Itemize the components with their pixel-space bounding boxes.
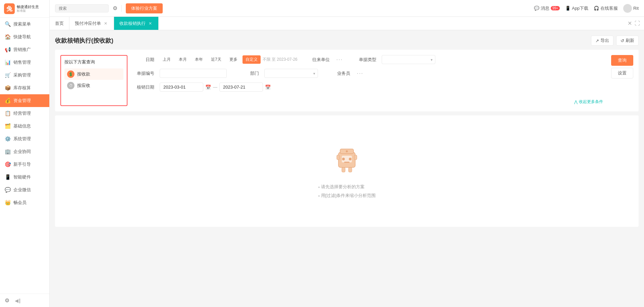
topbar-divider (121, 5, 122, 12)
tab-receive[interactable]: 收款核销执行✕ (114, 17, 159, 30)
sidebar-item-label: 新手引导 (13, 161, 31, 167)
doc-type-select[interactable] (382, 55, 435, 64)
receipt-icon: 💲 (67, 70, 74, 78)
filter-option-receivable[interactable]: ⏱ 按应收 (64, 80, 123, 91)
sidebar-item-label: 企业微信 (13, 187, 31, 193)
date-end-icon[interactable]: 📅 (265, 85, 271, 90)
settings-icon[interactable]: ⚙ (5, 297, 9, 304)
refresh-button[interactable]: ↺ 刷新 (616, 36, 639, 46)
date-start-icon[interactable]: 📅 (205, 85, 211, 90)
verify-date-start-input[interactable] (160, 83, 203, 92)
sidebar-item-label: 库存核算 (13, 85, 31, 91)
empty-state: 请先选择要分析的方案 用[过滤]条件来缩小分析范围 (55, 115, 639, 227)
sidebar-item-search[interactable]: 🔍搜索菜单 (0, 18, 49, 31)
user-item[interactable]: Rit (623, 4, 639, 13)
sidebar-item-purchase[interactable]: 🛒采购管理 (0, 69, 49, 82)
sidebar-item-label: 快捷导航 (13, 34, 31, 40)
sidebar-item-member[interactable]: 👑畅会员 (0, 196, 49, 209)
sidebar-item-system[interactable]: ⚙️系统管理 (0, 133, 49, 145)
topbar-gear-icon[interactable]: ⚙ (113, 5, 117, 11)
date-btn-more[interactable]: 更多 (226, 55, 240, 64)
sidebar-item-wechat[interactable]: 💬企业微信 (0, 184, 49, 196)
basic-icon: 🗂️ (5, 123, 11, 129)
service-icon: 🎧 (594, 6, 599, 11)
date-btn-7days[interactable]: 近7天 (208, 55, 224, 64)
app-icon: 📱 (565, 6, 571, 11)
sidebar-logo: 兔 畅捷通好生意 标准版 (0, 0, 49, 18)
tab-label: 预付冲应付单 (75, 20, 101, 27)
sidebar-item-basic[interactable]: 🗂️基础信息 (0, 120, 49, 133)
tab-home[interactable]: 首页 (50, 17, 69, 30)
topbar-search-input[interactable] (55, 4, 109, 12)
hardware-icon: 📱 (5, 174, 11, 180)
filter-row-2: 单据编号 部门 业务员 ··· (136, 69, 606, 78)
tab-close-icon[interactable]: ✕ (148, 21, 153, 26)
collapse-sidebar-button[interactable]: ◀‖ (15, 298, 21, 303)
date-btn-last-month[interactable]: 上月 (160, 55, 174, 64)
partner-dots-button[interactable]: ··· (335, 57, 344, 63)
empty-illustration (330, 142, 364, 176)
receivable-icon: ⏱ (67, 82, 74, 89)
sidebar-item-label: 采购管理 (13, 72, 31, 78)
filter-panel: 按以下方案查询 💲 按收款 ⏱ 按应收 日期 (55, 50, 639, 111)
sidebar-item-sales[interactable]: 📊销售管理 (0, 56, 49, 69)
industry-solution-button[interactable]: 体验行业方案 (126, 3, 163, 13)
doc-no-input[interactable] (160, 69, 227, 78)
topbar: ⚙ 体验行业方案 💬 消息 99+ 📱 App下载 🎧 在线客服 Rit (50, 0, 644, 17)
sidebar-item-guide[interactable]: 🎯新手引导 (0, 158, 49, 171)
page-title: 收款核销执行(按收款) (55, 37, 113, 45)
query-button[interactable]: 查询 (611, 55, 633, 66)
sidebar-item-hardware[interactable]: 📱智能硬件 (0, 171, 49, 184)
sidebar-item-operations[interactable]: 📋经营管理 (0, 107, 49, 120)
close-tab-icon[interactable]: ✕ (628, 20, 632, 27)
date-btn-custom[interactable]: 自定义 (243, 55, 261, 64)
app-download-item[interactable]: 📱 App下载 (565, 5, 588, 11)
user-name: Rit (633, 6, 639, 11)
tab-prepay[interactable]: 预付冲应付单✕ (69, 17, 114, 30)
page-content: 收款核销执行(按收款) ↗ 导出 ↺ 刷新 按以下方案查询 💲 按收款 (50, 30, 644, 307)
sidebar-item-label: 经营管理 (13, 110, 31, 116)
system-icon: ⚙️ (5, 136, 11, 142)
search-icon: 🔍 (5, 21, 11, 27)
date-unlimited-label: 不限 至 2023-07-26 (263, 57, 298, 62)
svg-point-2 (342, 158, 345, 160)
staff-dots-button[interactable]: ··· (356, 70, 365, 76)
dept-select[interactable] (264, 69, 318, 78)
svg-rect-6 (354, 155, 357, 160)
collapse-wrapper: ⋀ 收起更多条件 (136, 96, 606, 106)
sidebar-item-shortcut[interactable]: 🏠快捷导航 (0, 31, 49, 43)
sidebar-item-inventory[interactable]: 📦库存核算 (0, 82, 49, 94)
svg-point-3 (349, 158, 352, 160)
sidebar-item-enterprise[interactable]: 🏢企业协同 (0, 145, 49, 158)
sidebar-item-label: 企业协同 (13, 149, 31, 155)
dept-select-wrapper (264, 69, 318, 78)
date-btn-this-month[interactable]: 本月 (176, 55, 190, 64)
online-service-item[interactable]: 🎧 在线客服 (594, 5, 618, 11)
sidebar-item-label: 搜索菜单 (13, 21, 31, 27)
fullscreen-icon[interactable]: ⛶ (635, 20, 640, 27)
empty-hints: 请先选择要分析的方案 用[过滤]条件来缩小分析范围 (318, 183, 376, 200)
tabs-bar: 首页预付冲应付单✕收款核销执行✕ ✕ ⛶ (50, 17, 644, 30)
sidebar-bottom: ⚙ ◀‖ (0, 294, 49, 307)
inventory-icon: 📦 (5, 85, 11, 91)
sidebar: 兔 畅捷通好生意 标准版 🔍搜索菜单🏠快捷导航📢营销推广📊销售管理🛒采购管理📦库… (0, 0, 50, 307)
sidebar-item-marketing[interactable]: 📢营销推广 (0, 43, 49, 56)
svg-point-10 (346, 150, 348, 152)
member-icon: 👑 (5, 200, 11, 206)
message-item[interactable]: 💬 消息 99+ (534, 5, 560, 11)
main-area: ⚙ 体验行业方案 💬 消息 99+ 📱 App下载 🎧 在线客服 Rit (50, 0, 644, 307)
collapse-more-button[interactable]: ⋀ 收起更多条件 (572, 98, 606, 106)
marketing-icon: 📢 (5, 47, 11, 53)
sidebar-item-funds[interactable]: 💰资金管理 (0, 94, 49, 107)
setting-button[interactable]: 设置 (611, 68, 633, 79)
verify-date-end-input[interactable] (219, 83, 263, 92)
sidebar-nav: 🔍搜索菜单🏠快捷导航📢营销推广📊销售管理🛒采购管理📦库存核算💰资金管理📋经营管理… (0, 18, 49, 294)
export-button[interactable]: ↗ 导出 (591, 36, 613, 46)
enterprise-icon: 🏢 (5, 149, 11, 155)
filter-option-receipt[interactable]: 💲 按收款 (64, 68, 123, 80)
sidebar-item-label: 系统管理 (13, 136, 31, 142)
tab-close-icon[interactable]: ✕ (103, 21, 108, 26)
date-btn-this-year[interactable]: 本年 (192, 55, 206, 64)
dept-label: 部门 (240, 70, 259, 76)
query-buttons: 查询 设置 (611, 55, 633, 79)
